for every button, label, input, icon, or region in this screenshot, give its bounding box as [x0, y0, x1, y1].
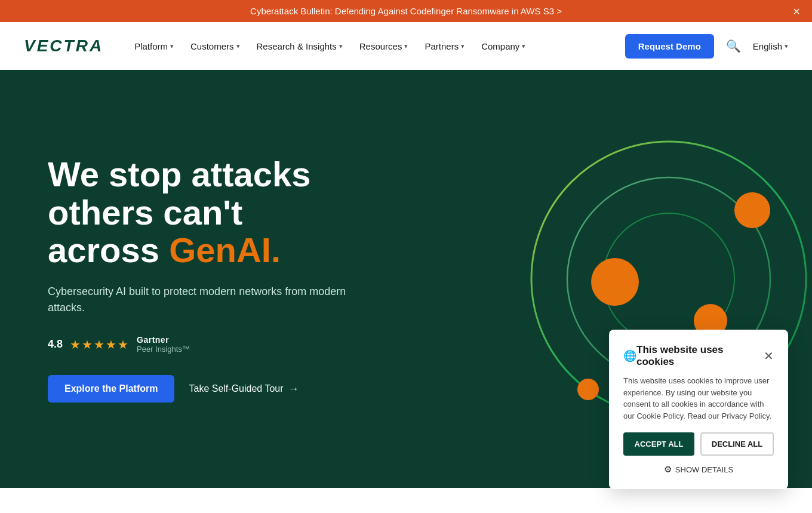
- gartner-subtitle: Peer Insights™: [137, 345, 190, 354]
- chevron-down-icon: ▾: [522, 42, 525, 50]
- nav-item-platform[interactable]: Platform ▾: [127, 36, 181, 56]
- globe-icon: 🌐: [623, 349, 636, 363]
- announcement-banner: Cyberattack Bulletin: Defending Against …: [0, 0, 812, 22]
- star-rating: ★★★★★: [70, 337, 130, 352]
- hero-subtext: Cybersecurity AI built to protect modern…: [48, 284, 358, 316]
- explore-platform-button[interactable]: Explore the Platform: [48, 375, 174, 403]
- cookie-header: 🌐 This website uses cookies ✕: [623, 344, 774, 368]
- genai-highlight: GenAI.: [169, 231, 281, 269]
- request-demo-button[interactable]: Request Demo: [625, 34, 714, 59]
- chevron-down-icon: ▾: [170, 42, 174, 50]
- chevron-down-icon: ▾: [461, 42, 465, 50]
- svg-point-6: [577, 379, 599, 400]
- nav-item-company[interactable]: Company ▾: [474, 36, 533, 56]
- nav-item-resources[interactable]: Resources ▾: [352, 36, 416, 56]
- cookie-body-text: This website uses cookies to improve use…: [623, 375, 774, 422]
- chevron-down-icon: ▾: [236, 42, 240, 50]
- svg-point-3: [734, 192, 770, 228]
- hero-buttons: Explore the Platform Take Self-Guided To…: [48, 375, 358, 403]
- cookie-close-button[interactable]: ✕: [764, 350, 774, 362]
- cookie-banner: 🌐 This website uses cookies ✕ This websi…: [609, 330, 788, 488]
- hero-heading: We stop attacks others can't across GenA…: [48, 155, 358, 269]
- logo-text: VECTRA: [24, 36, 103, 55]
- gear-icon: ⚙: [664, 464, 672, 475]
- search-icon: 🔍: [726, 39, 741, 53]
- nav-item-customers[interactable]: Customers ▾: [183, 36, 247, 56]
- self-guided-tour-link[interactable]: Take Self-Guided Tour →: [189, 383, 299, 395]
- gartner-info: Gartner Peer Insights™: [137, 335, 190, 354]
- cookie-title: This website uses cookies: [636, 344, 764, 368]
- main-nav: VECTRA Platform ▾ Customers ▾ Research &…: [0, 22, 812, 70]
- search-button[interactable]: 🔍: [724, 36, 743, 56]
- rating-number: 4.8: [48, 338, 63, 351]
- gartner-name: Gartner: [137, 335, 190, 345]
- cookie-actions: ACCEPT ALL DECLINE ALL: [623, 432, 774, 456]
- banner-close-button[interactable]: ×: [793, 5, 800, 17]
- nav-item-research[interactable]: Research & Insights ▾: [250, 36, 350, 56]
- nav-right: Request Demo 🔍 English ▾: [625, 34, 788, 59]
- chevron-down-icon: ▾: [785, 42, 788, 50]
- decline-all-button[interactable]: DECLINE ALL: [700, 432, 774, 456]
- accept-all-button[interactable]: ACCEPT ALL: [623, 432, 694, 456]
- nav-item-partners[interactable]: Partners ▾: [417, 36, 472, 56]
- svg-point-4: [591, 258, 639, 306]
- chevron-down-icon: ▾: [339, 42, 343, 50]
- language-selector[interactable]: English ▾: [753, 41, 788, 51]
- hero-content: We stop attacks others can't across GenA…: [48, 155, 358, 403]
- hero-rating: 4.8 ★★★★★ Gartner Peer Insights™: [48, 335, 358, 354]
- chevron-down-icon: ▾: [404, 42, 408, 50]
- banner-text[interactable]: Cyberattack Bulletin: Defending Against …: [250, 6, 562, 16]
- show-details-button[interactable]: ⚙ SHOW DETAILS: [623, 464, 774, 475]
- nav-links: Platform ▾ Customers ▾ Research & Insigh…: [127, 36, 625, 56]
- logo[interactable]: VECTRA: [24, 36, 103, 56]
- arrow-right-icon: →: [288, 383, 299, 395]
